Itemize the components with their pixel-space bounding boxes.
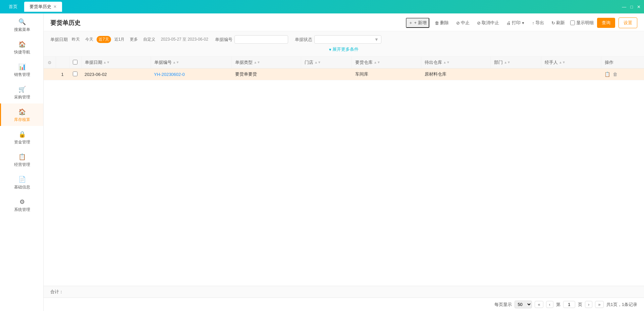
pending-warehouse-sort-icon: ▲▼: [443, 61, 450, 64]
date-opt-last7days[interactable]: 近7天: [97, 36, 111, 43]
date-filter-label: 单据日期: [50, 37, 68, 43]
status-label: 单据状态: [295, 37, 312, 43]
th-req-warehouse-sortable[interactable]: 要货仓库 ▲▼: [355, 59, 418, 65]
page-size-select[interactable]: 10 20 50 100: [515, 301, 532, 308]
inventory-calc-icon: 🏠: [18, 108, 26, 116]
th-doctype: 单据类型 ▲▼: [232, 57, 301, 69]
doc-number-input[interactable]: [234, 35, 288, 44]
th-docno-sortable[interactable]: 单据编号 ▲▼: [154, 59, 228, 65]
delete-icon: 🗑: [435, 20, 439, 26]
expand-more-button[interactable]: ▾ 展开更多条件: [50, 46, 637, 52]
refresh-icon: ↻: [551, 20, 555, 26]
filter-area: 单据日期 昨天 今天 近7天 近1月 更多 自定义 2023-05-27 至 2…: [44, 31, 644, 57]
sidebar-search-menu-label: 搜索菜单: [14, 27, 30, 33]
docno-sort-icon: ▲▼: [173, 61, 179, 64]
refresh-button[interactable]: ↻ 刷新: [549, 18, 567, 27]
table-area: ⚙ 单据日期 ▲▼: [44, 57, 644, 286]
show-detail-label-text: 显示明细: [576, 20, 594, 26]
stop-button[interactable]: ⊘ 中止: [454, 18, 472, 27]
date-opt-custom[interactable]: 自定义: [141, 36, 157, 43]
date-opt-today[interactable]: 今天: [83, 36, 95, 43]
th-handler-sortable[interactable]: 经手人 ▲▼: [545, 59, 598, 65]
th-pending-warehouse-sortable[interactable]: 待出仓库 ▲▼: [425, 59, 487, 65]
sidebar-quick-nav-label: 快捷导航: [14, 49, 30, 55]
new-button[interactable]: ＋ + 新增: [406, 18, 429, 28]
tab-home-label: 首页: [9, 4, 17, 10]
date-opt-last1month[interactable]: 近1月: [112, 36, 127, 43]
td-department: [491, 69, 541, 80]
th-docno-label: 单据编号: [154, 59, 172, 65]
delete-action-icon[interactable]: 🗑: [613, 72, 618, 77]
settings-col-icon[interactable]: ⚙: [48, 60, 52, 65]
td-pending-warehouse: 原材料仓库: [421, 69, 491, 80]
quick-nav-icon: 🏠: [18, 41, 26, 48]
th-handler: 经手人 ▲▼: [541, 57, 601, 69]
cancel-stop-icon: ⊘: [477, 20, 481, 26]
settings-button[interactable]: 设置: [619, 17, 637, 28]
first-page-button[interactable]: «: [535, 301, 543, 308]
sidebar-item-purchase-mgmt[interactable]: 🛒 采购管理: [0, 81, 43, 103]
summary-label: 合计：: [50, 289, 63, 295]
last-page-button[interactable]: »: [595, 301, 603, 308]
export-icon: ↑: [532, 20, 535, 26]
sidebar-item-search-menu[interactable]: 🔍 搜索菜单: [0, 13, 43, 36]
delete-button[interactable]: 🗑 删除: [433, 18, 451, 27]
prev-page-button[interactable]: ‹: [546, 301, 553, 308]
select-all-checkbox[interactable]: [73, 60, 77, 64]
th-num: [56, 57, 69, 69]
sidebar-item-inventory-calc[interactable]: 🏠 库存核算: [0, 103, 43, 126]
sidebar-item-quick-nav[interactable]: 🏠 快捷导航: [0, 36, 43, 58]
date-opt-yesterday[interactable]: 昨天: [70, 36, 82, 43]
export-button[interactable]: ↑ 导出: [530, 18, 546, 27]
th-doctype-sortable[interactable]: 单据类型 ▲▼: [235, 59, 298, 65]
tab-home[interactable]: 首页: [3, 2, 23, 12]
sidebar-item-sales-mgmt[interactable]: 📊 销售管理: [0, 58, 43, 81]
date-opt-more[interactable]: 更多: [128, 36, 140, 43]
date-filter-group: 单据日期 昨天 今天 近7天 近1月 更多 自定义 2023-05-27 至 2…: [50, 36, 208, 43]
handler-sort-icon: ▲▼: [559, 61, 566, 64]
finance-mgmt-icon: 🔒: [18, 131, 26, 138]
doc-number-filter-group: 单据编号: [215, 35, 288, 44]
show-detail-checkbox[interactable]: [570, 20, 575, 25]
status-filter-group: 单据状态 待审核 已审核 已中止 ▼: [295, 35, 381, 44]
cancel-stop-button[interactable]: ⊘ 取消中止: [475, 18, 501, 27]
sidebar-item-operations-mgmt[interactable]: 📋 经营管理: [0, 148, 43, 171]
basic-info-icon: 📄: [18, 176, 26, 183]
th-store-sortable[interactable]: 门店 ▲▼: [305, 59, 348, 65]
maximize-button[interactable]: □: [630, 4, 633, 9]
total-info: 共1页，1条记录: [606, 302, 637, 308]
doc-number-label: 单据编号: [215, 37, 232, 43]
page-number-input[interactable]: [563, 301, 575, 308]
query-button[interactable]: 查询: [597, 18, 615, 28]
doc-no-link[interactable]: YH-20230602-0: [154, 72, 185, 77]
minimize-button[interactable]: —: [622, 4, 626, 9]
td-settings: [44, 69, 56, 80]
new-icon: ＋: [409, 20, 413, 26]
tab-close-icon[interactable]: ✕: [53, 4, 57, 9]
show-detail-toggle[interactable]: 显示明细: [570, 20, 594, 26]
sidebar-item-basic-info[interactable]: 📄 基础信息: [0, 171, 43, 193]
print-button[interactable]: 🖨 打印 ▼: [504, 18, 527, 27]
edit-action-icon[interactable]: 📋: [604, 72, 610, 77]
print-label: 打印: [512, 20, 521, 26]
store-sort-icon: ▲▼: [314, 61, 321, 64]
th-checkbox: [69, 57, 81, 69]
sidebar-item-finance-mgmt[interactable]: 🔒 资金管理: [0, 126, 43, 148]
next-page-button[interactable]: ›: [585, 301, 592, 308]
th-department-sortable[interactable]: 部门 ▲▼: [494, 59, 538, 65]
page-title: 要货单历史: [50, 19, 80, 27]
sidebar-operations-mgmt-label: 经营管理: [14, 162, 30, 168]
status-select[interactable]: 待审核 已审核 已中止: [314, 35, 381, 44]
th-pending-warehouse: 待出仓库 ▲▼: [421, 57, 491, 69]
sidebar-sales-mgmt-label: 销售管理: [14, 72, 30, 78]
page-input-prefix: 第: [556, 302, 560, 308]
system-mgmt-icon: ⚙: [19, 198, 25, 206]
th-settings: ⚙: [44, 57, 56, 69]
close-button[interactable]: ✕: [637, 4, 641, 9]
sidebar-purchase-mgmt-label: 采购管理: [14, 94, 30, 100]
tab-requisition-history[interactable]: 要货单历史 ✕: [24, 2, 62, 12]
print-arrow-icon: ▼: [522, 21, 525, 25]
th-date-sortable[interactable]: 单据日期 ▲▼: [85, 59, 147, 65]
sidebar-item-system-mgmt[interactable]: ⚙ 系统管理: [0, 193, 43, 216]
row-checkbox[interactable]: [73, 72, 77, 76]
